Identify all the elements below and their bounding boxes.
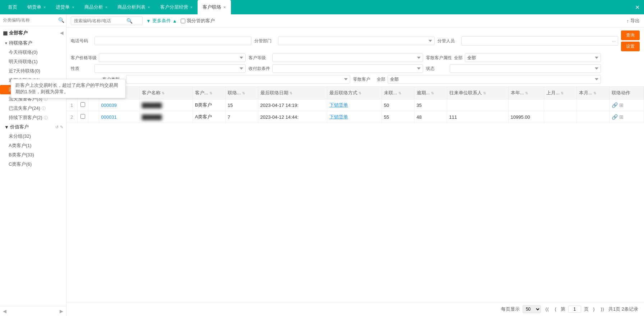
last-method-link[interactable]: 下销货单: [329, 102, 348, 108]
filter-customer-grade-select[interactable]: [272, 53, 423, 62]
nav-tab-purchase[interactable]: 进货单 ×: [51, 0, 79, 14]
row-last-method[interactable]: 下销货单: [327, 99, 381, 111]
filter-scatter-attr-select[interactable]: 全部: [465, 53, 601, 62]
row-checkbox[interactable]: [80, 114, 85, 119]
filter-payment-select[interactable]: [272, 64, 423, 73]
nav-tab-sales[interactable]: 销货单 ×: [22, 0, 51, 14]
filter-scatter-customer-select[interactable]: 全部: [388, 75, 601, 84]
sidebar-item-c-class[interactable]: C类客户(6): [0, 160, 66, 169]
next-page-button[interactable]: ⟩: [592, 306, 596, 313]
row-gear-cell: [88, 111, 99, 123]
row-type: A类客户: [193, 111, 225, 123]
close-icon[interactable]: ×: [148, 5, 150, 9]
col-uncontact[interactable]: 未联... ⇅: [381, 87, 414, 99]
filter-dept-select[interactable]: [278, 37, 435, 45]
filter-label-gender: 性质: [71, 66, 92, 72]
close-icon[interactable]: ×: [223, 5, 226, 9]
query-button[interactable]: 查询: [621, 30, 640, 40]
col-overdue[interactable]: 逾期... ⇅: [414, 87, 447, 99]
filter-cell-scatter-customer: 零散客户 全部 全部: [353, 75, 601, 84]
grid-action-icon[interactable]: ⊞: [619, 102, 624, 108]
sidebar-section-value-customers[interactable]: ▼ 价值客户 ↺ ✎: [0, 122, 66, 132]
filter-label-phone: 电话号码: [71, 38, 92, 44]
sidebar-item-tomorrow[interactable]: 明天待联络(1): [0, 57, 66, 66]
sidebar-item-7days[interactable]: 近7天待联络(0): [0, 66, 66, 76]
refresh-icon[interactable]: ↺: [55, 125, 59, 129]
filter-gender-select[interactable]: [94, 64, 246, 73]
col-last-month[interactable]: 上月... ⇅: [544, 87, 576, 99]
col-this-month[interactable]: 本月... ⇅: [576, 87, 609, 99]
link-icon[interactable]: 🔗: [612, 102, 618, 108]
col-name[interactable]: 客户名称 ⇅: [139, 87, 193, 99]
col-contact-person[interactable]: 往来单位联系人 ⇅: [447, 87, 508, 99]
settings-button[interactable]: 设置: [621, 42, 640, 51]
row-checkbox[interactable]: [80, 102, 85, 107]
grid-action-icon[interactable]: ⊞: [619, 114, 624, 120]
sidebar-item-today[interactable]: 今天待联络(0): [0, 48, 66, 57]
filter-phone-input[interactable]: [94, 37, 251, 45]
nav-tab-product-analysis[interactable]: 商品分析 ×: [79, 0, 112, 14]
row-type: B类客户: [193, 99, 225, 111]
edit-icon[interactable]: ✎: [60, 125, 63, 129]
per-page-select[interactable]: 50 10 20 100: [523, 305, 541, 313]
sidebar-bottom: ◀ ▶: [0, 306, 66, 316]
close-icon[interactable]: ×: [72, 5, 74, 9]
col-contact-count[interactable]: 联络... ⇅: [225, 87, 258, 99]
collapse-icon[interactable]: ◀: [60, 30, 63, 36]
sidebar-item-ungrouped[interactable]: 未分组(32): [0, 132, 66, 141]
col-last-date[interactable]: 最后联络日期 ⇅: [258, 87, 327, 99]
scatter-attr-label: 全部: [454, 55, 463, 61]
row-code[interactable]: 000031: [99, 111, 139, 123]
sort-icon: ⇅: [358, 91, 361, 95]
first-page-button[interactable]: ⟨⟨: [544, 306, 550, 313]
filter-price-grade-select[interactable]: [99, 53, 246, 62]
my-customers-checkbox-label[interactable]: 我分管的客户: [181, 18, 215, 24]
last-page-button[interactable]: ⟩⟩: [599, 306, 606, 313]
search-input[interactable]: [74, 18, 124, 23]
close-all-button[interactable]: ✕: [635, 4, 640, 11]
sidebar-search-input[interactable]: [3, 18, 57, 23]
filter-status-select[interactable]: [450, 64, 601, 73]
last-method-link[interactable]: 下销货单: [329, 114, 348, 119]
row-contact-person: [447, 99, 508, 111]
filter-person-field[interactable]: ···: [461, 36, 618, 46]
sidebar-item-a-class[interactable]: A类客户(1): [0, 141, 66, 150]
row-last-date: 2023-04-12 14:44:: [258, 111, 327, 123]
filter-customer-type-select[interactable]: [126, 75, 350, 84]
filter-label-dept: 分管部门: [254, 38, 276, 44]
row-contact-count: 7: [225, 111, 258, 123]
sidebar-item-b-class[interactable]: B类客户(33): [0, 150, 66, 160]
data-table-wrapper: ⚙ 客户编码 ⇅ 客户名称 ⇅ 客户... ⇅: [66, 87, 644, 302]
sidebar-item-declining[interactable]: 持续下滑客户(2) ⓘ: [0, 113, 66, 122]
row-checkbox-cell: [77, 111, 88, 123]
sidebar-tree: ▦ 全部客户 ◀ ▼ 待联络客户 今天待联络(0) 明天待联络(1) 近7天待联…: [0, 26, 66, 306]
sidebar-section-pending[interactable]: ▼ 待联络客户: [0, 38, 66, 48]
scroll-right-icon[interactable]: ▶: [60, 308, 63, 314]
nav-tab-product-analysis-list[interactable]: 商品分析列表 ×: [112, 0, 155, 14]
sidebar-item-churned[interactable]: 已流失客户(24) ⓘ: [0, 104, 66, 113]
nav-tab-home[interactable]: 首页: [3, 0, 22, 14]
export-button[interactable]: ↑ 导出: [627, 18, 640, 24]
col-type[interactable]: 客户... ⇅: [193, 87, 225, 99]
close-icon[interactable]: ×: [190, 5, 193, 9]
scroll-left-icon[interactable]: ◀: [3, 308, 6, 314]
filter-label-scatter-attr: 零散客户属性: [426, 55, 452, 61]
nav-tab-customer-segmentation[interactable]: 客户分层经营 ×: [155, 0, 198, 14]
col-last-method[interactable]: 最后联络方式 ⇅: [327, 87, 381, 99]
close-icon[interactable]: ×: [43, 5, 46, 9]
close-icon[interactable]: ×: [105, 5, 107, 9]
search-icon[interactable]: 🔍: [58, 17, 64, 23]
row-last-method[interactable]: 下销货单: [327, 111, 381, 123]
sidebar-item-all-customers[interactable]: ▦ 全部客户 ◀: [0, 28, 66, 38]
chevron-up-icon: ▲: [172, 18, 177, 24]
row-code[interactable]: 000039: [99, 99, 139, 111]
nav-tab-customer-contact[interactable]: 客户联络 ×: [198, 0, 231, 14]
page-label: 第: [561, 306, 565, 312]
my-customers-checkbox[interactable]: [181, 19, 185, 23]
page-number-input[interactable]: [568, 306, 581, 313]
prev-page-button[interactable]: ⟨: [553, 306, 558, 313]
link-icon[interactable]: 🔗: [612, 114, 618, 120]
col-this-year[interactable]: 本年... ⇅: [508, 87, 544, 99]
more-conditions-button[interactable]: ▼ 更多条件 ▲: [146, 18, 177, 24]
search-icon[interactable]: 🔍: [126, 18, 133, 24]
